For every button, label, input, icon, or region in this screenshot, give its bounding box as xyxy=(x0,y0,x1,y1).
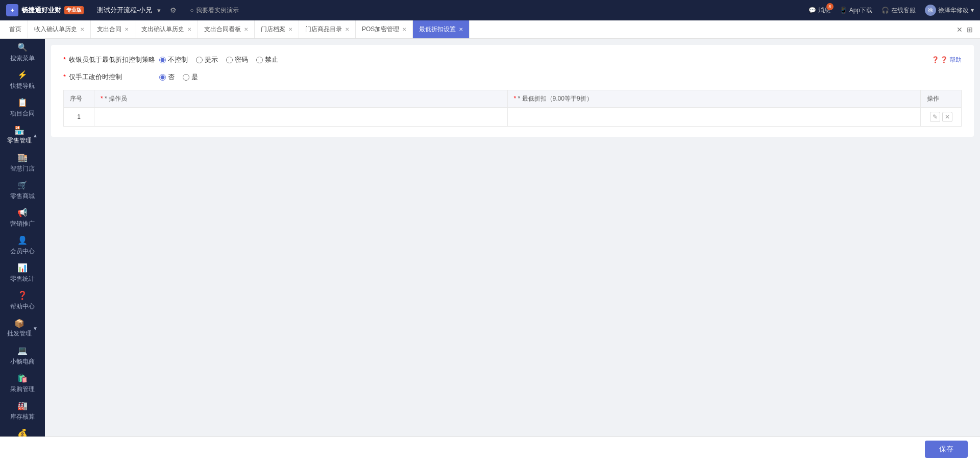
settings-card: * 收银员低于最低折扣控制策略 不控制 提示 密码 xyxy=(51,45,974,137)
cashier-strategy-forbid-radio[interactable] xyxy=(256,57,263,63)
tab-min-discount-setting[interactable]: 最低折扣设置 ✕ xyxy=(413,20,470,39)
sidebar-item-purchase-mgmt-label: 采购管理 xyxy=(10,385,35,394)
row-edit-btn[interactable]: ✎ xyxy=(930,112,940,122)
manual-price-no-radio[interactable] xyxy=(159,74,166,81)
user-dropdown-arrow: ▾ xyxy=(971,7,974,14)
manual-price-yes[interactable]: 是 xyxy=(183,72,198,82)
app-download-btn[interactable]: 📱 App下载 xyxy=(840,6,872,15)
project-dropdown-arrow[interactable]: ▾ xyxy=(157,7,161,14)
tab-payment-contract-board-label: 支出合同看板 xyxy=(204,25,241,34)
edition-badge: 专业版 xyxy=(64,6,84,14)
sidebar-item-batch-mgmt[interactable]: 📦 批发管理 ▼ xyxy=(0,314,45,342)
topbar-left: ✦ 畅捷通好业财 专业版 测试分开流程-小兄 ▾ ⚙ ○ 我要看实例演示 xyxy=(6,4,239,16)
user-name: 徐泽华修改 xyxy=(938,6,969,15)
tab-income-confirm-history-close[interactable]: ✕ xyxy=(80,27,84,32)
sidebar-item-ecommerce-label: 小畅电商 xyxy=(10,357,35,366)
cashier-strategy-password[interactable]: 密码 xyxy=(226,55,248,64)
message-badge: 8 xyxy=(826,3,834,10)
sidebar-item-smart-store-label: 智慧门店 xyxy=(10,164,35,173)
smart-store-icon: 🏬 xyxy=(17,153,28,162)
online-service-label: 在线客服 xyxy=(891,6,916,15)
help-link[interactable]: ❓ ❓ 帮助 xyxy=(932,56,962,64)
cashier-strategy-no-control-radio[interactable] xyxy=(159,57,166,63)
sidebar-item-help-center-label: 帮助中心 xyxy=(10,302,35,311)
sidebar-item-retail-mall[interactable]: 🛒 零售商城 xyxy=(0,177,45,204)
sidebar-item-marketing[interactable]: 📢 营销推广 xyxy=(0,204,45,232)
project-name: 测试分开流程-小兄 xyxy=(97,6,152,15)
cashier-strategy-forbid[interactable]: 禁止 xyxy=(256,55,278,64)
retail-stats-icon: 📊 xyxy=(17,263,28,273)
min-discount-input[interactable] xyxy=(514,113,915,121)
sidebar-item-search-menu[interactable]: 🔍 搜索菜单 xyxy=(0,39,45,66)
app-download-icon: 📱 xyxy=(840,7,847,14)
app-name: 畅捷通好业财 xyxy=(21,6,61,15)
discount-table: 序号 * * 操作员 * * 最低折扣（9.00等于9折） 操作 xyxy=(63,90,962,127)
tab-pos-encrypt-mgmt-close[interactable]: ✕ xyxy=(402,27,406,32)
operator-input[interactable] xyxy=(101,113,501,121)
sidebar-item-project-contract-label: 项目合同 xyxy=(10,109,35,118)
manual-price-yes-radio[interactable] xyxy=(183,74,189,81)
sidebar-item-retail-mgmt[interactable]: 🏪 零售管理 ▲ xyxy=(0,122,45,149)
table-cell-min-discount xyxy=(507,108,921,127)
tab-store-archive-close[interactable]: ✕ xyxy=(288,27,292,32)
tab-payment-confirm-history[interactable]: 支出确认单历史 ✕ xyxy=(135,20,198,39)
tabs-bar: 首页 收入确认单历史 ✕ 支出合同 ✕ 支出确认单历史 ✕ 支出合同看板 ✕ 门… xyxy=(0,20,980,39)
tab-store-goods-catalog-close[interactable]: ✕ xyxy=(345,27,349,32)
tab-payment-contract-board[interactable]: 支出合同看板 ✕ xyxy=(198,20,255,39)
sidebar-item-quick-nav-label: 快捷导航 xyxy=(10,82,35,90)
message-btn[interactable]: 💬 消息 8 xyxy=(808,6,830,15)
table-cell-operator xyxy=(94,108,508,127)
sidebar-item-member-center[interactable]: 👤 会员中心 xyxy=(0,232,45,259)
tab-payment-confirm-history-close[interactable]: ✕ xyxy=(187,27,191,32)
tab-payment-contract-board-close[interactable]: ✕ xyxy=(244,27,248,32)
sidebar-item-fund-mgmt[interactable]: 💰 资金管理 xyxy=(0,425,45,436)
sidebar-item-retail-stats[interactable]: 📊 零售统计 xyxy=(0,259,45,287)
demo-text: 我要看实例演示 xyxy=(196,6,239,15)
save-button[interactable]: 保存 xyxy=(925,441,968,458)
cashier-strategy-no-control[interactable]: 不控制 xyxy=(159,55,188,64)
sidebar-item-inventory[interactable]: 🏭 库存核算 xyxy=(0,397,45,425)
help-center-icon: ❓ xyxy=(17,290,28,300)
demo-circle-icon: ○ xyxy=(190,7,193,14)
settings-icon-btn[interactable]: ⚙ xyxy=(170,6,177,14)
user-menu[interactable]: 徐 徐泽华修改 ▾ xyxy=(925,5,974,16)
tab-store-goods-catalog[interactable]: 门店商品目录 ✕ xyxy=(299,20,356,39)
tab-payment-contract[interactable]: 支出合同 ✕ xyxy=(91,20,135,39)
tab-store-archive-label: 门店档案 xyxy=(261,25,285,34)
table-header-row: 序号 * * 操作员 * * 最低折扣（9.00等于9折） 操作 xyxy=(64,90,962,108)
tab-income-confirm-history[interactable]: 收入确认单历史 ✕ xyxy=(28,20,91,39)
tab-payment-contract-close[interactable]: ✕ xyxy=(125,27,129,32)
manual-price-no[interactable]: 否 xyxy=(159,72,175,82)
maximize-tab-icon[interactable]: ⊞ xyxy=(967,26,973,34)
sidebar-item-ecommerce[interactable]: 💻 小畅电商 xyxy=(0,342,45,370)
sidebar-item-quick-nav[interactable]: ⚡ 快捷导航 xyxy=(0,66,45,94)
sidebar-item-smart-store[interactable]: 🏬 智慧门店 xyxy=(0,149,45,177)
content-area: * 收银员低于最低折扣控制策略 不控制 提示 密码 xyxy=(45,39,980,436)
sidebar-item-help-center[interactable]: ❓ 帮助中心 xyxy=(0,287,45,314)
col-header-min-discount: * * 最低折扣（9.00等于9折） xyxy=(507,90,921,108)
required-star-2: * xyxy=(63,73,66,81)
tab-store-archive[interactable]: 门店档案 ✕ xyxy=(255,20,299,39)
gear-icon: ⚙ xyxy=(170,6,177,14)
demo-link[interactable]: ○ 我要看实例演示 xyxy=(190,6,238,15)
cashier-strategy-remind[interactable]: 提示 xyxy=(196,55,218,64)
tab-min-discount-setting-label: 最低折扣设置 xyxy=(419,25,456,34)
sidebar-item-project-contract[interactable]: 📋 项目合同 xyxy=(0,94,45,122)
project-selector[interactable]: 测试分开流程-小兄 ▾ xyxy=(97,6,161,15)
sidebar-item-purchase-mgmt[interactable]: 🛍️ 采购管理 xyxy=(0,370,45,397)
page-footer: 保存 xyxy=(0,436,980,461)
cashier-strategy-remind-radio[interactable] xyxy=(196,57,203,63)
topbar-right: 💬 消息 8 📱 App下载 🎧 在线客服 徐 徐泽华修改 ▾ xyxy=(808,5,974,16)
close-tab-icon[interactable]: ✕ xyxy=(957,26,963,34)
tab-pos-encrypt-mgmt[interactable]: POS加密管理 ✕ xyxy=(356,20,413,39)
table-row: 1 ✎ xyxy=(64,108,962,127)
online-service-btn[interactable]: 🎧 在线客服 xyxy=(881,6,916,15)
cashier-strategy-password-radio[interactable] xyxy=(226,57,233,63)
member-center-icon: 👤 xyxy=(17,235,28,245)
tab-home[interactable]: 首页 xyxy=(3,20,28,39)
question-icon: ❓ xyxy=(932,56,939,63)
row-delete-btn[interactable]: ✕ xyxy=(942,112,952,122)
required-star-1: * xyxy=(63,56,66,63)
tab-min-discount-setting-close[interactable]: ✕ xyxy=(459,27,463,32)
table-cell-seq: 1 xyxy=(64,108,94,127)
